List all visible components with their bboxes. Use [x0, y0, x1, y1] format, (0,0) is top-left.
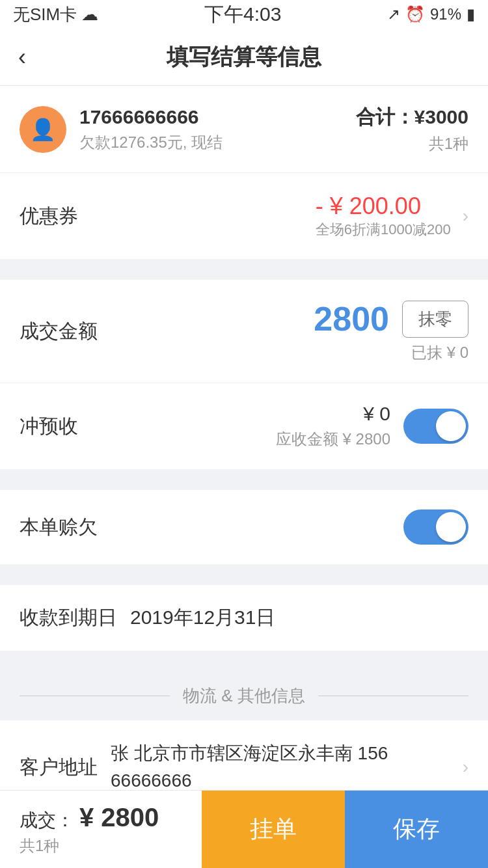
toggle-knob [436, 411, 466, 441]
customer-left: 👤 17666666666 欠款1276.35元, 现结 [20, 106, 223, 153]
alarm-icon: ⏰ [405, 5, 425, 23]
coupon-label: 优惠券 [20, 203, 78, 230]
hold-button-label: 挂单 [250, 813, 297, 845]
total-count: 共1种 [356, 133, 468, 154]
coupon-amount: - ¥ 200.00 [316, 193, 451, 220]
address-label: 客户地址 [20, 754, 98, 781]
due-date-value: 2019年12月31日 [130, 604, 275, 631]
due-date-card: 收款到期日 2019年12月31日 [0, 585, 488, 651]
credit-toggle[interactable] [403, 509, 468, 545]
separator-1 [0, 269, 488, 280]
avatar-icon: 👤 [30, 117, 56, 142]
prepay-amount-area: ¥ 0 应收金额 ¥ 2800 [276, 403, 390, 450]
deal-amount-sub: 已抹 ¥ 0 [314, 342, 468, 363]
total-amount: 合计：¥3000 [356, 104, 468, 131]
customer-total: 合计：¥3000 共1种 [356, 104, 468, 154]
separator-3 [0, 575, 488, 585]
bottom-info: 成交： ¥ 2800 共1种 [0, 803, 202, 856]
nav-bar: ‹ 填写结算等信息 [0, 29, 488, 86]
divider-line-right [318, 696, 468, 696]
status-time: 下午4:03 [204, 1, 281, 28]
status-left: 无SIM卡 ☁ [13, 3, 98, 26]
address-chevron-icon: › [463, 757, 468, 778]
prepay-row: 冲预收 ¥ 0 应收金额 ¥ 2800 [0, 383, 488, 469]
deal-amount-card: 成交金额 2800 抹零 已抹 ¥ 0 冲预收 ¥ 0 应收金额 ¥ 2800 [0, 280, 488, 469]
bottom-count: 共1种 [20, 835, 182, 856]
customer-info: 17666666666 欠款1276.35元, 现结 [79, 106, 223, 153]
location-icon: ↗ [387, 5, 400, 23]
prepay-toggle[interactable] [403, 409, 468, 444]
deal-amount-value: 2800 [314, 299, 389, 338]
coupon-row[interactable]: 优惠券 - ¥ 200.00 全场6折满1000减200 › [0, 172, 488, 259]
hold-button[interactable]: 挂单 [202, 791, 345, 869]
separator-2 [0, 480, 488, 490]
prepay-sub: 应收金额 ¥ 2800 [276, 429, 390, 450]
prepay-right: ¥ 0 应收金额 ¥ 2800 [276, 403, 468, 450]
deal-amount-right: 2800 抹零 已抹 ¥ 0 [314, 299, 468, 363]
due-date-label: 收款到期日 [20, 604, 117, 631]
coupon-chevron-icon: › [463, 206, 468, 226]
due-date-row: 收款到期日 2019年12月31日 [0, 585, 488, 651]
bottom-bar: 成交： ¥ 2800 共1种 挂单 保存 [0, 790, 488, 868]
battery-status: 91% [430, 5, 461, 23]
prepay-label: 冲预收 [20, 413, 78, 440]
back-button[interactable]: ‹ [18, 44, 26, 71]
divider-line-left [20, 696, 170, 696]
status-right: ↗ ⏰ 91% ▮ [387, 5, 475, 23]
credit-card: 本单赊欠 [0, 490, 488, 564]
logistics-label: 物流 & 其他信息 [183, 685, 305, 707]
save-button[interactable]: 保存 [345, 791, 488, 869]
battery-icon: ▮ [467, 5, 475, 23]
deal-amount-row: 成交金额 2800 抹零 已抹 ¥ 0 [0, 280, 488, 383]
avatar: 👤 [20, 106, 66, 153]
logistics-section: 物流 & 其他信息 [0, 671, 488, 720]
bottom-amount: ¥ 2800 [79, 803, 159, 832]
coupon-desc: 全场6折满1000减200 [316, 220, 451, 239]
coupon-right: - ¥ 200.00 全场6折满1000减200 › [316, 193, 468, 239]
page-title: 填写结算等信息 [167, 42, 321, 72]
credit-toggle-knob [436, 512, 466, 542]
save-button-label: 保存 [393, 813, 440, 845]
deal-amount-label: 成交金额 [20, 318, 98, 345]
address-value: 张 北京市市辖区海淀区永丰南 156 66666666 [111, 740, 457, 794]
customer-row: 👤 17666666666 欠款1276.35元, 现结 合计：¥3000 共1… [0, 86, 488, 172]
prepay-amount: ¥ 0 [276, 403, 390, 425]
customer-phone: 17666666666 [79, 106, 223, 128]
deal-amount-value-row: 2800 抹零 [314, 299, 468, 338]
sim-status: 无SIM卡 ☁ [13, 3, 98, 26]
credit-label: 本单赊欠 [20, 514, 98, 541]
separator-4 [0, 661, 488, 671]
customer-card: 👤 17666666666 欠款1276.35元, 现结 合计：¥3000 共1… [0, 86, 488, 259]
status-bar: 无SIM卡 ☁ 下午4:03 ↗ ⏰ 91% ▮ [0, 0, 488, 29]
customer-sub: 欠款1276.35元, 现结 [79, 132, 223, 153]
round-down-button[interactable]: 抹零 [402, 301, 468, 338]
coupon-info: - ¥ 200.00 全场6折满1000减200 [316, 193, 451, 239]
bottom-title: 成交： [20, 808, 74, 833]
credit-row: 本单赊欠 [0, 490, 488, 564]
